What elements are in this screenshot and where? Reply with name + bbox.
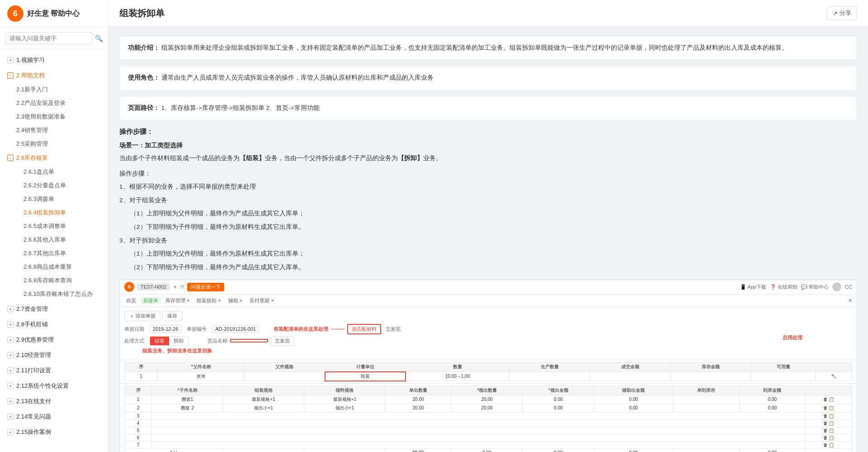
sidebar-item-label: 2.7资金管理 [16,305,48,313]
ss-td-b-seq5: 5 [125,427,152,434]
ss-tf-act [806,448,852,452]
sidebar-item-data-prep[interactable]: 2.3使用前数据准备 [0,110,108,124]
ss-td-b-oamt1: 0.00 [523,395,594,404]
share-icon: ↗ [833,10,838,17]
ss-th-qty: 数量 [406,362,509,372]
ss-tf-total-label: 合计 [125,448,223,452]
table-row: 2 圈套 2 领出小+1 领出小+1 20.00 20.00 0.00 0.00… [125,404,852,412]
ss-th-b-pick-spec: 领料规格 [304,385,385,395]
ss-td-b-auxamt2: 0.00 [594,404,673,412]
ss-th-prod-qty: 生产数量 [509,362,590,372]
sidebar-item-print[interactable]: + 2.11打印设置 [0,363,108,378]
nav-section-cases: + 2.15操作案例 [0,425,108,439]
screenshot-inner: 6 TEST-H002 ▼ ⟳ 问题反馈一下 📱 App下载 ❓ 在线帮助 💬 … [120,280,857,452]
ss-td-b-seq6: 6 [125,434,152,441]
sidebar-item-partial-stocktake[interactable]: 2.6.2分量盘点单 [7,179,108,192]
ss-search-label: 货品名称 [208,338,227,344]
ss-th-parent-name: *父件名称 [158,362,245,372]
ss-td-b-aspec1: 最新规格+1 [223,395,304,404]
ss-search-field-area: 货品名称 立发完 [208,336,294,346]
table-row: 5 🗑 📋 [125,427,852,434]
scene1-heading: 场景一：加工类型选择 [119,142,857,150]
ss-date-label: 单据日期 [124,326,144,333]
sidebar-item-system[interactable]: + 2.12系统个性化设置 [0,379,108,393]
sidebar-item-video[interactable]: + 1.视频学习 [0,53,108,67]
nav-section-print: + 2.11打印设置 [0,363,108,378]
sidebar-nav: + 1.视频学习 − 2.帮助文档 2.1新手入门 2.2产品安装及登录 2.3… [0,49,108,452]
sidebar-item-other-out[interactable]: 2.6.7其他出库单 [7,247,108,260]
sidebar-item-inv-error[interactable]: 2.6.10库存账本错了怎么办 [7,287,108,301]
step3-heading: 3、对于拆卸业务 [119,235,857,247]
ss-order-label: 单据编号 [187,326,207,333]
sidebar-item-cost-recalc[interactable]: 2.6.8商品成本重算 [7,260,108,274]
sidebar-item-other-in[interactable]: 2.6.6其他入库单 [7,233,108,247]
step2-item2: （2）下部明细为子件明细，最终作为原材料生成其它出库单。 [119,221,857,233]
sidebar-item-assembly[interactable]: 2.6.4组装拆卸单 [7,206,108,219]
nav-section-mobile: + 2.8手机旺铺 [0,317,108,332]
ss-th-b-out-qty: *领出数量 [451,385,523,395]
ss-td-unit: 组装 [325,372,406,381]
nav-section-coupon: + 2.9优惠券管理 [0,333,108,347]
operations-heading: 操作步骤： [119,128,857,136]
ss-help-icon: ❓ 在线帮助 [770,284,797,290]
ss-th-b-seq: 序 [125,385,152,395]
sidebar-item-inventory[interactable]: − 2.6库存核算 [0,151,108,165]
nav-section-system: + 2.12系统个性化设置 [0,379,108,393]
sidebar-item-sales[interactable]: 2.4销售管理 [0,124,108,137]
sidebar-item-stocktake[interactable]: 2.6.1盘点单 [7,165,108,179]
search-box[interactable]: 🔍 [0,28,108,49]
ss-td-parent-spec [244,372,325,381]
sidebar-item-payment[interactable]: + 2.13在线支付 [0,394,108,409]
ss-th-trade-amt: 成交金额 [590,362,670,372]
ss-form-row2: 处理方式 组装 拆卸 货品名称 立发完 [124,336,852,346]
sidebar-item-mobile[interactable]: + 2.8手机旺铺 [0,317,108,332]
sidebar-item-label: 1.视频学习 [16,56,45,64]
ss-th-b-out-amt: *领出金额 [523,385,594,395]
ss-th-unit: 计量单位 [325,362,406,372]
ss-company: TEST-H002 [137,283,170,290]
expand-icon: + [7,383,14,389]
ss-th-b-unit-out: 单出数量 [385,385,451,395]
search-input[interactable] [5,32,92,44]
sidebar-item-cost-adj[interactable]: 2.6.5成本调整单 [7,219,108,233]
ss-tf-sum-oqty: 0.00 [451,448,523,452]
sidebar-item-beginner[interactable]: 2.1新手入门 [0,83,108,96]
sidebar-item-inv-ledger[interactable]: 2.6.9库存账本查询 [7,274,108,287]
sidebar-item-docs[interactable]: − 2.帮助文档 [0,68,108,83]
share-button[interactable]: ↗ 分享 [827,6,857,20]
sidebar-item-finance[interactable]: + 2.7资金管理 [0,302,108,316]
ss-td-b-uout1: 20.00 [385,395,451,404]
ss-td-b-ainv2 [673,404,739,412]
sidebar-item-ops[interactable]: + 2.10经营管理 [0,348,108,362]
app-title: 好生意 帮助中心 [27,9,80,19]
ss-th-action [816,362,852,372]
sidebar-item-install[interactable]: 2.2产品安装及登录 [0,96,108,110]
role-label: 使用角色： [128,74,160,81]
ss-annotation-assembly: 组装业务、拆卸业务在这里切换 [142,347,852,354]
ss-th-parent-spec: 父件规格 [244,362,325,372]
sidebar-item-cases[interactable]: + 2.15操作案例 [0,425,108,439]
ss-ship-btn: 立发完 [386,326,401,333]
intro-block: 功能介绍： 组装拆卸单用来处理企业组装或拆卸等加工业务，支持有固定装配清单的产品… [119,36,857,60]
step3-item2: （2）下部明细为子件明细，最终作为产成品生成其它入库单。 [119,262,857,273]
search-icon[interactable]: 🔍 [95,35,103,42]
ss-annotation1-text: 有装配清单的在这里处理 [274,326,328,333]
ss-td-b-act1: 🗑 📋 [806,395,852,404]
ss-td-qty: 10.00→1.00 [406,372,509,381]
ss-menu-aux: 辅助 × [226,297,245,304]
ss-td-inv-amt [670,372,751,381]
sidebar-item-faq[interactable]: + 2.14常见问题 [0,409,108,424]
sidebar-item-purchase[interactable]: 2.5采购管理 [0,137,108,151]
ss-annotation1-area: 有装配清单的在这里处理 选匹配材料 立发完 [274,324,401,334]
table-row: 4 🗑 📋 [125,419,852,427]
ss-type-toggle: 组装 拆卸 [150,336,189,346]
ss-tab-save: 保存 [162,311,182,321]
ss-tf-sum-uout: $$.$$ [385,448,451,452]
ss-tf-empty1 [223,448,304,452]
sidebar-item-coupon[interactable]: + 2.9优惠券管理 [0,333,108,347]
sidebar-item-transfer[interactable]: 2.6.3调拨单 [7,192,108,206]
ss-td-b-empty6 [152,434,806,441]
nav-section-video: + 1.视频学习 [0,53,108,67]
ss-td-b-oqty1: 20.00 [451,395,523,404]
step3-item1: （1）上部明细为父件明细，最终作为原材料生成其它出库单； [119,248,857,260]
